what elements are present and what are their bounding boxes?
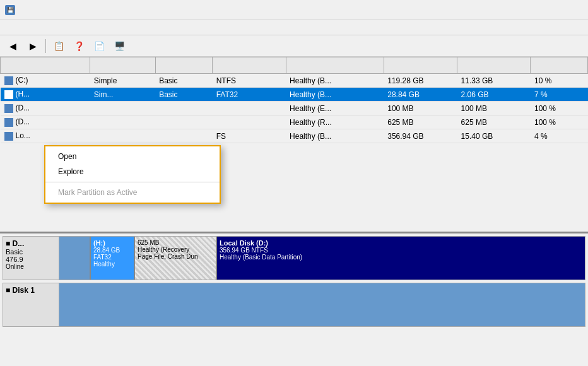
- disk-0-row: ■ D... Basic 476.9 Online (H:) 28.84 GB …: [3, 236, 585, 280]
- menu-view[interactable]: [28, 27, 40, 29]
- disk-1-name: ■ Disk 1: [6, 286, 56, 295]
- disk-0-type: Basic: [6, 248, 56, 256]
- volume-table-section: (C:) Simple Basic NTFS Healthy (B... 119…: [0, 57, 588, 233]
- cell-volume: (C:): [1, 74, 90, 88]
- part-h-status: Healthy: [93, 261, 131, 268]
- cell-pctfree: 7 %: [531, 88, 588, 102]
- disk-1-label: ■ Disk 1: [3, 283, 59, 327]
- menu-action[interactable]: [15, 27, 28, 29]
- disk-1-part-1[interactable]: [59, 283, 585, 326]
- disk-0-part-h[interactable]: (H:) 28.84 GB FAT32 Healthy: [91, 237, 135, 280]
- col-header-type[interactable]: [155, 57, 213, 74]
- part-h-fs: FAT32: [93, 254, 131, 261]
- cell-capacity: 100 MB: [384, 102, 457, 115]
- cell-capacity: 119.28 GB: [384, 74, 457, 88]
- cell-type: [155, 129, 213, 143]
- disk-0-name: ■ D...: [6, 239, 56, 248]
- toolbar-doc[interactable]: 📄: [90, 38, 108, 54]
- table-row[interactable]: (D... Healthy (E... 100 MB 100 MB 100 %: [1, 102, 588, 115]
- table-row[interactable]: (H... Sim... Basic FAT32 Healthy (B... 2…: [1, 88, 588, 102]
- cell-freesp: 11.33 GB: [457, 74, 531, 88]
- cell-fs: [213, 102, 286, 115]
- disk-map-section: ■ D... Basic 476.9 Online (H:) 28.84 GB …: [0, 233, 588, 366]
- toolbar-help[interactable]: ❓: [70, 38, 88, 54]
- ctx-item-mark-partition-as-active: Mark Partition as Active: [45, 185, 220, 200]
- cell-fs: [213, 115, 286, 129]
- col-header-freesp[interactable]: [457, 57, 531, 74]
- row-icon: [4, 132, 13, 141]
- table-row[interactable]: Lo... FS Healthy (B... 356.94 GB 15.40 G…: [1, 129, 588, 143]
- toolbar-list[interactable]: 📋: [50, 38, 68, 54]
- app-icon: 💾: [5, 5, 15, 15]
- toolbar-sep-1: [45, 39, 46, 53]
- ctx-item-open[interactable]: Open: [45, 149, 220, 164]
- disk-1-row: ■ Disk 1: [3, 283, 585, 327]
- volume-table: (C:) Simple Basic NTFS Healthy (B... 119…: [0, 57, 588, 143]
- cell-freesp: 625 MB: [457, 115, 531, 129]
- disk-0-part-system[interactable]: [59, 237, 91, 280]
- part-recovery-extra: Page File, Crash Dun: [138, 253, 213, 260]
- col-header-fs[interactable]: [213, 57, 286, 74]
- menu-file[interactable]: [3, 27, 15, 29]
- main-content: (C:) Simple Basic NTFS Healthy (B... 119…: [0, 57, 588, 366]
- part-recovery-status: Healthy (Recovery: [138, 246, 213, 253]
- col-header-capacity[interactable]: [384, 57, 457, 74]
- cell-pctfree: 4 %: [531, 129, 588, 143]
- toolbar-monitor[interactable]: 🖥️: [110, 38, 128, 54]
- disk-0-part-recovery[interactable]: 625 MB Healthy (Recovery Page File, Cras…: [135, 237, 217, 280]
- cell-layout: [90, 129, 155, 143]
- cell-volume: Lo...: [1, 129, 90, 143]
- cell-volume: (H...: [1, 88, 90, 102]
- table-row[interactable]: (D... Healthy (R... 625 MB 625 MB 100 %: [1, 115, 588, 129]
- toolbar-forward[interactable]: ▶: [24, 38, 42, 54]
- col-header-volume[interactable]: [1, 57, 90, 74]
- close-button[interactable]: [554, 1, 583, 20]
- part-h-name: (H:): [93, 239, 131, 247]
- cell-type: [155, 115, 213, 129]
- cell-fs: FAT32: [213, 88, 286, 102]
- cell-layout: Simple: [90, 74, 155, 88]
- part-d-size: 356.94 GB NTFS: [220, 247, 582, 254]
- row-icon: [4, 90, 13, 99]
- cell-volume: (D...: [1, 115, 90, 129]
- cell-capacity: 356.94 GB: [384, 129, 457, 143]
- menu-bar: [0, 20, 588, 35]
- disk-1-partitions: [59, 283, 585, 327]
- col-header-status[interactable]: [286, 57, 384, 74]
- cell-status: Healthy (B...: [286, 74, 384, 88]
- cell-status: Healthy (R...: [286, 115, 384, 129]
- cell-status: Healthy (E...: [286, 102, 384, 115]
- title-bar-controls: [493, 1, 583, 20]
- part-d-status: Healthy (Basic Data Partition): [220, 254, 582, 261]
- row-icon: [4, 76, 13, 85]
- minimize-button[interactable]: [493, 1, 522, 20]
- cell-type: Basic: [155, 88, 213, 102]
- col-header-pctfree[interactable]: [531, 57, 588, 74]
- cell-pctfree: 10 %: [531, 74, 588, 88]
- ctx-item-explore[interactable]: Explore: [45, 164, 220, 179]
- part-recovery-size: 625 MB: [138, 239, 213, 246]
- cell-type: [155, 102, 213, 115]
- row-icon: [4, 118, 13, 127]
- toolbar-back[interactable]: ◀: [4, 38, 21, 54]
- cell-freesp: 15.40 GB: [457, 129, 531, 143]
- cell-capacity: 28.84 GB: [384, 88, 457, 102]
- row-icon: [4, 104, 13, 113]
- cell-fs: NTFS: [213, 74, 286, 88]
- cell-freesp: 2.06 GB: [457, 88, 531, 102]
- toolbar: ◀ ▶ 📋 ❓ 📄 🖥️: [0, 35, 588, 57]
- cell-layout: [90, 102, 155, 115]
- table-row[interactable]: (C:) Simple Basic NTFS Healthy (B... 119…: [1, 74, 588, 88]
- cell-status: Healthy (B...: [286, 88, 384, 102]
- part-h-size: 28.84 GB: [93, 247, 131, 254]
- disk-0-size: 476.9: [6, 256, 56, 263]
- cell-status: Healthy (B...: [286, 129, 384, 143]
- menu-help[interactable]: [40, 27, 53, 29]
- cell-fs: FS: [213, 129, 286, 143]
- maximize-button[interactable]: [524, 1, 553, 20]
- cell-layout: Sim...: [90, 88, 155, 102]
- cell-type: Basic: [155, 74, 213, 88]
- cell-layout: [90, 115, 155, 129]
- col-header-layout[interactable]: [90, 57, 155, 74]
- disk-0-part-d[interactable]: Local Disk (D:) 356.94 GB NTFS Healthy (…: [217, 237, 585, 280]
